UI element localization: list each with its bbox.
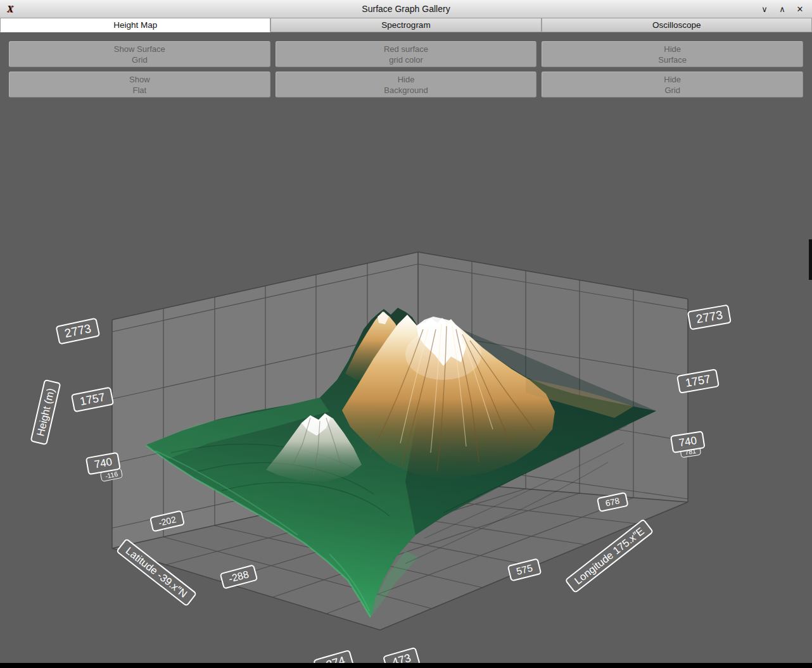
button-label: Show <box>129 74 150 85</box>
button-label: Hide <box>664 74 681 85</box>
right-screen-edge-artifact <box>809 239 812 280</box>
tab-oscilloscope[interactable]: Oscilloscope <box>542 18 812 32</box>
app-icon: X <box>4 3 16 15</box>
button-label: Red surface <box>384 44 428 54</box>
window-title: Surface Graph Gallery <box>0 4 812 14</box>
button-label: Surface <box>658 54 687 65</box>
show-surface-grid-button[interactable]: Show Surface Grid <box>9 41 270 67</box>
bottom-screen-edge <box>0 663 812 668</box>
button-label: Hide <box>398 74 415 85</box>
surface-plot-canvas[interactable]: Height (m) 2773 1757 -116 740 -202 Latit… <box>0 0 812 668</box>
button-label: grid color <box>389 54 422 65</box>
hide-background-button[interactable]: Hide Background <box>276 72 537 98</box>
button-label: Grid <box>132 54 148 65</box>
close-button[interactable]: ✕ <box>793 3 807 15</box>
button-row-2: Show Flat Hide Background Hide Grid <box>9 72 803 98</box>
hide-surface-button[interactable]: Hide Surface <box>542 41 803 67</box>
button-label: Flat <box>133 85 147 96</box>
surface-plot-svg <box>0 0 812 668</box>
show-flat-button[interactable]: Show Flat <box>9 72 270 98</box>
surface-grid-color-button[interactable]: Red surface grid color <box>276 41 537 67</box>
tab-bar: Height Map Spectrogram Oscilloscope <box>0 18 812 32</box>
tab-height-map[interactable]: Height Map <box>0 18 270 32</box>
button-label: Hide <box>664 44 681 54</box>
window-controls: ∨ ∧ ✕ <box>758 3 807 15</box>
shade-button[interactable]: ∨ <box>758 3 771 15</box>
button-label: Show Surface <box>114 44 165 54</box>
hide-grid-button[interactable]: Hide Grid <box>542 72 803 98</box>
titlebar: X Surface Graph Gallery ∨ ∧ ✕ <box>0 0 812 18</box>
button-label: Background <box>384 85 428 96</box>
maximize-button[interactable]: ∧ <box>775 3 789 15</box>
tab-spectrogram[interactable]: Spectrogram <box>270 18 541 32</box>
button-label: Grid <box>664 85 680 96</box>
button-row-1: Show Surface Grid Red surface grid color… <box>9 41 803 67</box>
